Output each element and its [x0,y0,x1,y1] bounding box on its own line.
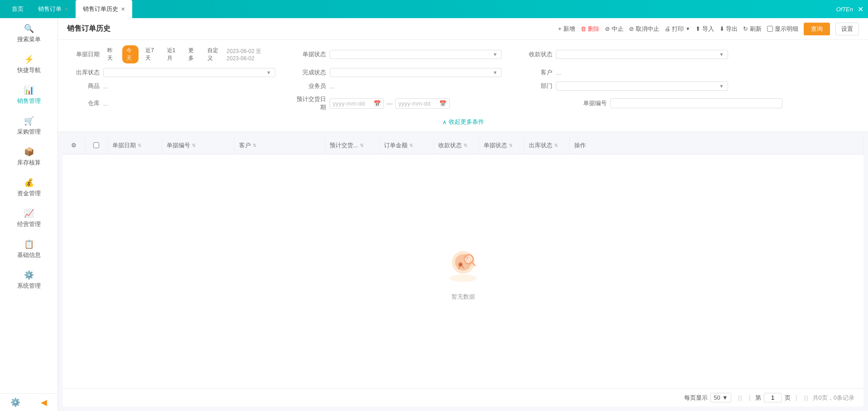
add-button[interactable]: + 新增 [558,25,575,33]
salesperson-control: ... [330,83,502,90]
date-btn-today[interactable]: 今天 [122,45,139,63]
filter-row-4: 仓库 ... 预计交货日期 yyyy-mm-dd 📅 — yyyy-mm-dd [67,95,859,111]
refresh-button[interactable]: ↻ 刷新 [743,25,762,33]
date-btn-7days[interactable]: 近7天 [141,45,160,63]
operations-icon: 📈 [24,208,34,218]
sidebar-item-basic-info[interactable]: 📋 基础信息 [0,234,58,265]
date-btn-1month[interactable]: 近1月 [163,45,182,63]
complete-status-select[interactable]: ▼ [330,68,502,77]
page-nav-prev[interactable]: ⟨ [747,393,753,402]
page-label: 第 [755,394,761,402]
display-toggle-checkbox[interactable] [767,26,773,32]
th-outbound-status-label: 出库状态 [529,141,552,150]
th-outbound-status: 出库状态 ⇅ [524,136,570,154]
per-page-arrow-icon: ▼ [722,394,728,401]
page-nav-next[interactable]: ⟩ [793,393,799,402]
date-btn-custom[interactable]: 自定义 [203,45,224,63]
th-date: 单据日期 ⇅ [108,136,162,154]
print-button[interactable]: 🖨 打印 ▼ [665,25,691,33]
empty-illustration: ? [441,242,486,287]
export-button[interactable]: ⬇ 导出 [719,25,738,33]
salesperson-ellipsis[interactable]: ... [330,83,335,90]
date-btn-yesterday[interactable]: 昨天 [103,45,120,63]
department-select[interactable]: ▼ [556,82,728,91]
th-payment-status-sort-icon[interactable]: ⇅ [464,143,467,148]
delivery-date-end[interactable]: yyyy-mm-dd 📅 [395,98,450,109]
th-outbound-status-sort-icon[interactable]: ⇅ [554,143,558,148]
th-date-label: 单据日期 [112,141,136,150]
date-filter: 昨天 今天 近7天 近1月 更多 自定义 2023-06-02 至 2023-0… [103,45,275,63]
date-btn-more[interactable]: 更多 [184,45,201,63]
sidebar-settings-icon[interactable]: ⚙️ [10,397,20,407]
tab-sales-order-history-close[interactable]: ✕ [121,6,125,12]
page-nav-last[interactable]: ⟩⟩ [802,393,810,402]
th-settings[interactable]: ⚙ [62,136,85,154]
complete-status-label: 完成状态 [293,68,330,77]
table-footer: 每页显示 50 ▼ ⟨⟨ ⟨ 第 页 ⟩ ⟩⟩ 共0页，0条记录 [62,388,863,406]
empty-state: ? 暂无数据 [441,242,486,301]
query-button[interactable]: 查询 [804,23,830,35]
payment-status-select[interactable]: ▼ [556,50,728,59]
sidebar-item-sales-mgmt[interactable]: 📊 销售管理 [0,80,58,111]
th-customer-sort-icon[interactable]: ⇅ [253,143,256,148]
sidebar-item-search-menu[interactable]: 🔍 搜索菜单 [0,18,58,49]
print-label: 🖨 打印 [665,25,684,33]
sidebar-item-purchase-mgmt[interactable]: 🛒 采购管理 [0,111,58,141]
goods-ellipsis[interactable]: ... [103,83,108,90]
per-page-select[interactable]: 50 ▼ [710,393,731,402]
sidebar-collapse-icon[interactable]: ◀ [41,397,47,407]
th-number-sort-icon[interactable]: ⇅ [192,143,196,148]
date-label: 单据日期 [67,50,103,58]
sidebar-item-system-mgmt[interactable]: ⚙️ 系统管理 [0,265,58,295]
topbar-close-icon[interactable]: ✕ [858,5,863,14]
warehouse-label: 仓库 [67,99,103,107]
sidebar-item-inventory-label: 库存核算 [17,159,41,167]
add-label: + 新增 [558,25,575,33]
sidebar-item-purchase-mgmt-label: 采购管理 [17,128,41,136]
page-input[interactable] [764,393,782,402]
delivery-end-value: yyyy-mm-dd [398,100,431,107]
delivery-date-start[interactable]: yyyy-mm-dd 📅 [330,98,384,109]
outbound-status-label: 出库状态 [67,68,103,77]
tab-sales-order-history[interactable]: 销售订单历史 ✕ [76,0,132,18]
sidebar-item-finance-label: 资金管理 [17,189,41,198]
customer-ellipsis[interactable]: ... [556,69,561,76]
warehouse-ellipsis[interactable]: ... [103,100,108,107]
sidebar-item-basic-info-label: 基础信息 [17,251,41,259]
warehouse-control: ... [103,100,275,107]
page-nav-first[interactable]: ⟨⟨ [736,393,744,402]
import-button[interactable]: ⬆ 导入 [695,25,714,33]
salesperson-label: 业务员 [293,82,330,90]
bill-number-input[interactable] [610,98,782,108]
sidebar-item-search-menu-label: 搜索菜单 [17,35,41,44]
filter-row-1: 单据日期 昨天 今天 近7天 近1月 更多 自定义 2023-06-02 至 2… [67,45,859,63]
th-bill-status: 单据状态 ⇅ [479,136,524,154]
sidebar-item-finance[interactable]: 💰 资金管理 [0,172,58,203]
pagination: ⟨⟨ ⟨ 第 页 ⟩ ⟩⟩ 共0页，0条记录 [736,393,854,402]
cancel-stop-label: ⊘ 取消中止 [629,25,659,33]
tab-sales-order[interactable]: 销售订单 ✕ [31,0,76,18]
sidebar-item-inventory[interactable]: 📦 库存核算 [0,141,58,172]
th-delivery-sort-icon[interactable]: ⇅ [360,143,364,148]
sidebar-item-operations[interactable]: 📈 经营管理 [0,203,58,234]
th-amount: 订单金额 ⇅ [379,136,434,154]
payment-status-arrow-icon: ▼ [719,52,724,57]
outbound-status-arrow-icon: ▼ [266,70,271,75]
th-date-sort-icon[interactable]: ⇅ [138,143,141,148]
th-amount-sort-icon[interactable]: ⇅ [409,143,413,148]
stop-button[interactable]: ⊘ 中止 [605,25,623,33]
delete-button[interactable]: 🗑 删除 [580,25,600,33]
collapse-button[interactable]: ∧ 收起更多条件 [442,118,484,126]
tab-sales-order-close[interactable]: ✕ [64,6,68,12]
cancel-stop-button[interactable]: ⊘ 取消中止 [629,25,659,33]
th-bill-status-sort-icon[interactable]: ⇅ [509,143,513,148]
settings-button[interactable]: 设置 [835,23,859,35]
delivery-date-range: yyyy-mm-dd 📅 — yyyy-mm-dd 📅 [330,98,556,109]
sidebar-item-quick-nav[interactable]: ⚡ 快捷导航 [0,49,58,80]
outbound-status-select[interactable]: ▼ [103,68,275,77]
display-toggle[interactable]: 显示明细 [767,25,798,33]
select-all-checkbox[interactable] [93,142,99,148]
tab-home-label: 首页 [12,5,24,13]
bill-status-select[interactable]: ▼ [330,50,502,59]
tab-home[interactable]: 首页 [5,0,31,18]
